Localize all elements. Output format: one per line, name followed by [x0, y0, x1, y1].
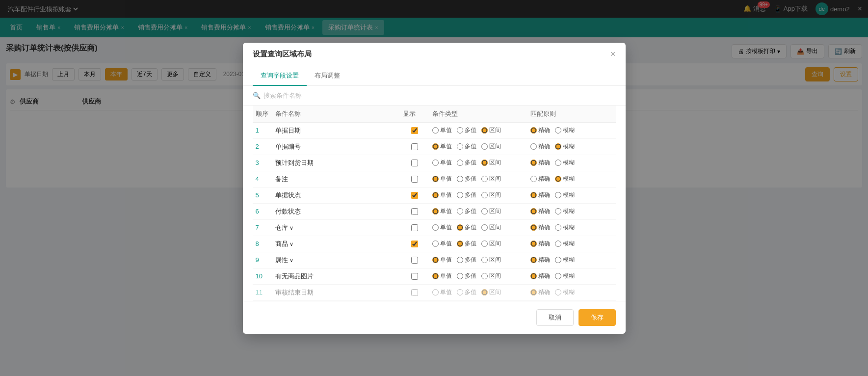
- table-row: 3 预计到货日期 单值 多值 区间 精确 模糊: [253, 155, 616, 171]
- radio-exact-8[interactable]: 精确: [530, 256, 550, 264]
- radio-multi-7[interactable]: 多值: [457, 240, 476, 248]
- radio-multi-1[interactable]: 多值: [457, 142, 476, 151]
- save-btn[interactable]: 保存: [579, 309, 616, 326]
- radio-multi-5[interactable]: 多值: [457, 207, 476, 215]
- row-type: 单值 多值 区间: [429, 187, 527, 203]
- row-show[interactable]: [400, 252, 429, 268]
- row-type: 单值 多值 区间: [429, 171, 527, 187]
- radio-multi-3[interactable]: 多值: [457, 175, 476, 183]
- radio-exact[interactable]: 精确: [530, 288, 550, 296]
- table-row: 9 属性 ∨ 单值 多值 区间 精确 模糊: [253, 252, 616, 268]
- radio-fuzzy-9[interactable]: 模糊: [555, 272, 575, 280]
- row-show[interactable]: [400, 122, 429, 138]
- row-num: 1: [253, 122, 272, 138]
- fields-table: 顺序 条件名称 显示 条件类型 匹配原则 1 单据日期 单值 多值 区间: [253, 106, 616, 301]
- radio-exact-5[interactable]: 精确: [530, 207, 550, 215]
- radio-exact-6[interactable]: 精确: [530, 223, 550, 232]
- radio-range-4[interactable]: 区间: [481, 191, 501, 199]
- row-name: 有无商品图片: [272, 268, 400, 284]
- radio-exact-7[interactable]: 精确: [530, 240, 550, 248]
- row-show[interactable]: [400, 268, 429, 284]
- radio-multi-0[interactable]: 多值: [457, 126, 476, 134]
- radio-single-8[interactable]: 单值: [432, 256, 452, 264]
- row-match: 精确 模糊: [527, 155, 616, 171]
- radio-range-8[interactable]: 区间: [481, 256, 501, 264]
- radio-exact-3[interactable]: 精确: [530, 175, 550, 183]
- radio-range-1[interactable]: 区间: [481, 142, 501, 151]
- dialog-close-btn[interactable]: ×: [610, 50, 616, 58]
- row-show[interactable]: [400, 171, 429, 187]
- row-num: 3: [253, 155, 272, 171]
- radio-exact-0[interactable]: 精确: [530, 126, 550, 134]
- radio-range-3[interactable]: 区间: [481, 175, 501, 183]
- radio-range-7[interactable]: 区间: [481, 240, 501, 248]
- radio-multi-6[interactable]: 多值: [457, 223, 476, 232]
- radio-multi-2[interactable]: 多值: [457, 159, 476, 167]
- radio-fuzzy-0[interactable]: 模糊: [555, 126, 575, 134]
- row-type: 单值 多值 区间: [429, 219, 527, 236]
- row-name: 属性 ∨: [272, 252, 400, 268]
- row-show[interactable]: [400, 187, 429, 203]
- col-header-match: 匹配原则: [527, 106, 616, 123]
- radio-single-7[interactable]: 单值: [432, 240, 452, 248]
- radio-range-0[interactable]: 区间: [481, 126, 501, 134]
- row-show[interactable]: [400, 236, 429, 252]
- radio-fuzzy-7[interactable]: 模糊: [555, 240, 575, 248]
- radio-fuzzy[interactable]: 模糊: [555, 288, 575, 296]
- radio-fuzzy-2[interactable]: 模糊: [555, 159, 575, 167]
- radio-range-9[interactable]: 区间: [481, 272, 501, 280]
- radio-single-2[interactable]: 单值: [432, 159, 452, 167]
- radio-multi-8[interactable]: 多值: [457, 256, 476, 264]
- radio-range-5[interactable]: 区间: [481, 207, 501, 215]
- radio-exact-4[interactable]: 精确: [530, 191, 550, 199]
- row-show[interactable]: [400, 155, 429, 171]
- radio-single-6[interactable]: 单值: [432, 223, 452, 232]
- radio-single-9[interactable]: 单值: [432, 272, 452, 280]
- radio-single-1[interactable]: 单值: [432, 142, 452, 151]
- settings-dialog: 设置查询区域布局 × 查询字段设置 布局调整 🔍 顺序 条件名称: [243, 43, 626, 334]
- row-num: 10: [253, 268, 272, 284]
- row-show[interactable]: [400, 219, 429, 236]
- dialog-search-area: 🔍: [243, 86, 626, 106]
- radio-exact-2[interactable]: 精确: [530, 159, 550, 167]
- radio-fuzzy-6[interactable]: 模糊: [555, 223, 575, 232]
- radio-fuzzy-5[interactable]: 模糊: [555, 207, 575, 215]
- radio-single-4[interactable]: 单值: [432, 191, 452, 199]
- radio-fuzzy-8[interactable]: 模糊: [555, 256, 575, 264]
- row-name: 审核结束日期: [272, 284, 400, 300]
- row-num: 7: [253, 219, 272, 236]
- dialog-table-wrap: 顺序 条件名称 显示 条件类型 匹配原则 1 单据日期 单值 多值 区间: [243, 106, 626, 301]
- radio-range[interactable]: 区间: [481, 288, 501, 296]
- dialog-tabs: 查询字段设置 布局调整: [243, 66, 626, 86]
- table-row: 7 仓库 ∨ 单值 多值 区间 精确 模糊: [253, 219, 616, 236]
- row-num: 2: [253, 138, 272, 155]
- radio-exact-9[interactable]: 精确: [530, 272, 550, 280]
- radio-single[interactable]: 单值: [432, 288, 452, 296]
- radio-single-5[interactable]: 单值: [432, 207, 452, 215]
- row-num: 5: [253, 187, 272, 203]
- radio-range-2[interactable]: 区间: [481, 159, 501, 167]
- tab-query-fields[interactable]: 查询字段设置: [253, 66, 307, 86]
- row-show[interactable]: [400, 203, 429, 219]
- row-match: 精确 模糊: [527, 203, 616, 219]
- radio-exact-1[interactable]: 精确: [530, 142, 550, 151]
- search-input[interactable]: [263, 92, 616, 99]
- table-row: 4 备注 单值 多值 区间 精确 模糊: [253, 171, 616, 187]
- radio-multi-4[interactable]: 多值: [457, 191, 476, 199]
- row-show[interactable]: [400, 284, 429, 300]
- row-show[interactable]: [400, 138, 429, 155]
- radio-multi-9[interactable]: 多值: [457, 272, 476, 280]
- radio-range-6[interactable]: 区间: [481, 223, 501, 232]
- cancel-btn[interactable]: 取消: [536, 309, 574, 326]
- radio-fuzzy-1[interactable]: 模糊: [555, 142, 575, 151]
- radio-multi[interactable]: 多值: [457, 288, 476, 296]
- row-match: 精确 模糊: [527, 268, 616, 284]
- radio-fuzzy-3[interactable]: 模糊: [555, 175, 575, 183]
- radio-fuzzy-4[interactable]: 模糊: [555, 191, 575, 199]
- row-num: 11: [253, 284, 272, 300]
- table-row: 2 单据编号 单值 多值 区间 精确 模糊: [253, 138, 616, 155]
- tab-layout-adjust[interactable]: 布局调整: [307, 66, 348, 86]
- radio-single-0[interactable]: 单值: [432, 126, 452, 134]
- radio-single-3[interactable]: 单值: [432, 175, 452, 183]
- row-name: 商品 ∨: [272, 236, 400, 252]
